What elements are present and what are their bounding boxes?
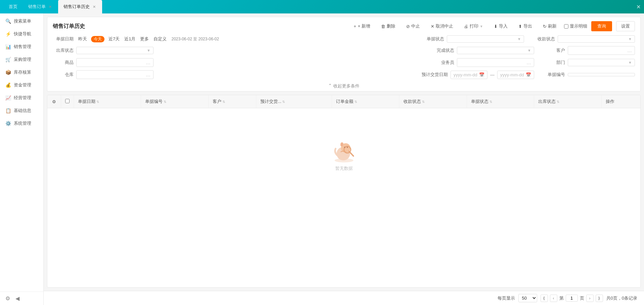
sidebar-purchase-mgmt-label: 采购管理 (14, 56, 31, 63)
refresh-label: 刷新 (548, 23, 557, 29)
new-button[interactable]: ＋ + 新增 (349, 22, 374, 31)
last-page-button[interactable]: ⟫ (596, 295, 603, 302)
date-option-custom[interactable]: 自定义 (152, 36, 169, 42)
page-number-input[interactable] (566, 295, 578, 302)
product-input[interactable]: … (76, 58, 154, 67)
product-dots-icon[interactable]: … (146, 60, 151, 65)
doc-number-input[interactable] (568, 73, 635, 76)
complete-status-label: 完成状态 (433, 47, 457, 53)
sidebar-item-search-menu[interactable]: 🔍 搜索菜单 (0, 15, 43, 28)
receipt-status-label: 收款状态 (534, 36, 558, 42)
out-status-chevron-icon: ▼ (147, 48, 151, 52)
import-button[interactable]: ⬇ 导入 (490, 22, 511, 31)
tab-sales-order-history[interactable]: 销售订单历史 ✕ (58, 0, 102, 13)
cancel-stop-icon: ✕ (431, 24, 434, 29)
th-out-status[interactable]: 出库状态 ⇅ (534, 95, 602, 108)
doc-status-select[interactable]: ▼ (447, 35, 524, 43)
sidebar-search-label: 搜索菜单 (14, 18, 31, 24)
flash-icon: ⚡ (5, 31, 11, 37)
stop-label: 中止 (411, 23, 420, 29)
sidebar-item-inventory[interactable]: 📦 库存核算 (0, 66, 43, 79)
th-customer[interactable]: 客户 ⇅ (209, 95, 256, 108)
per-page-label: 每页显示 (498, 295, 515, 301)
dept-select[interactable]: ▼ (568, 59, 635, 66)
tab-home[interactable]: 首页 (3, 0, 23, 13)
sidebar-item-basic-info[interactable]: 📋 基础信息 (0, 104, 43, 117)
settings-bottom-icon[interactable]: ⚙ (5, 295, 10, 302)
warehouse-dots-icon[interactable]: … (146, 72, 151, 77)
first-page-button[interactable]: ⟪ (541, 295, 548, 302)
th-gear[interactable]: ⚙ (47, 95, 61, 108)
expected-date-to-value: yyyy-mm-dd (500, 72, 524, 77)
settings-button[interactable]: 设置 (616, 21, 635, 31)
date-option-today[interactable]: 今天 (91, 36, 104, 42)
empty-state-row: 暂无数据 (47, 108, 640, 192)
complete-status-select[interactable]: ▼ (457, 47, 534, 54)
empty-illustration (327, 135, 361, 165)
th-order-amount[interactable]: 订单金额 ⇅ (332, 95, 399, 108)
select-all-checkbox[interactable] (65, 99, 70, 103)
expected-date-label: 预计交货日期 (422, 72, 450, 78)
cancel-stop-label: 取消中止 (436, 23, 453, 29)
per-page-select[interactable]: 50 10 20 100 (518, 294, 537, 302)
close-window-icon[interactable]: ✕ (636, 4, 641, 10)
sidebar-item-operations[interactable]: 📈 经营管理 (0, 91, 43, 104)
warehouse-input[interactable]: … (76, 70, 154, 79)
th-checkbox[interactable] (61, 95, 74, 108)
empty-state: 暂无数据 (47, 108, 640, 192)
search-button-label: 查询 (597, 24, 606, 29)
stop-button[interactable]: ⊘ 中止 (403, 22, 423, 31)
display-toggle[interactable]: 显示明细 (564, 23, 587, 29)
empty-state-cell: 暂无数据 (47, 108, 640, 192)
sales-order-tab-close[interactable]: ✕ (48, 4, 53, 9)
gear-settings-icon[interactable]: ⚙ (52, 99, 56, 104)
next-page-button[interactable]: › (586, 295, 594, 302)
date-option-7days[interactable]: 近7天 (106, 36, 122, 42)
calendar-from-icon: 📅 (479, 72, 484, 77)
out-status-select[interactable]: ▼ (76, 47, 154, 54)
expected-date-from-input[interactable]: yyyy-mm-dd 📅 (450, 71, 487, 79)
sort-out-status-icon: ⇅ (557, 100, 559, 104)
cancel-stop-button[interactable]: ✕ 取消中止 (427, 22, 457, 31)
sidebar-item-system-mgmt[interactable]: ⚙️ 系统管理 (0, 117, 43, 130)
sidebar-item-sales-mgmt[interactable]: 📊 销售管理 (0, 40, 43, 53)
salesman-dots-icon[interactable]: … (526, 60, 531, 65)
receipt-status-select[interactable]: ▼ (558, 35, 635, 43)
refresh-button[interactable]: ↻ 刷新 (540, 22, 560, 31)
customer-input[interactable]: … (568, 46, 635, 55)
th-doc-number[interactable]: 单据编号 ⇅ (141, 95, 209, 108)
th-expected-date[interactable]: 预计交货... ⇅ (256, 95, 332, 108)
collapse-sidebar-icon[interactable]: ◀ (15, 295, 19, 302)
th-doc-date[interactable]: 单据日期 ⇅ (74, 95, 141, 108)
salesman-input[interactable]: … (457, 58, 534, 67)
tab-sales-order[interactable]: 销售订单 ✕ (23, 0, 58, 13)
customer-dots-icon[interactable]: … (627, 48, 632, 53)
date-option-more[interactable]: 更多 (138, 36, 151, 42)
trend-icon: 📈 (5, 95, 11, 101)
print-icon: 🖨 (464, 24, 468, 29)
print-button[interactable]: 🖨 打印 ▼ (461, 22, 486, 31)
sidebar-item-finance[interactable]: 💰 资金管理 (0, 79, 43, 91)
display-cols-checkbox[interactable] (564, 24, 568, 29)
sidebar-item-purchase-mgmt[interactable]: 🛒 采购管理 (0, 53, 43, 66)
import-icon: ⬇ (494, 24, 498, 29)
prev-page-button[interactable]: ‹ (550, 295, 557, 302)
sort-order-amount-icon: ⇅ (354, 100, 357, 104)
table-body: 暂无数据 (47, 108, 640, 192)
search-button[interactable]: 查询 (591, 21, 612, 31)
th-receipt-status[interactable]: 收款状态 ⇅ (399, 95, 467, 108)
th-doc-status[interactable]: 单据状态 ⇅ (467, 95, 534, 108)
page-label: 第 (559, 295, 564, 301)
expected-date-to-input[interactable]: yyyy-mm-dd 📅 (497, 71, 534, 79)
date-option-yesterday[interactable]: 昨天 (76, 36, 89, 42)
delete-icon: 🗑 (381, 24, 385, 29)
svg-point-8 (341, 143, 343, 146)
th-operation: 操作 (602, 95, 640, 108)
sidebar-operations-label: 经营管理 (14, 95, 31, 101)
delete-button[interactable]: 🗑 删除 (378, 22, 399, 31)
date-option-1month[interactable]: 近1月 (122, 36, 137, 42)
collapse-row[interactable]: ⌃ 收起更多条件 (53, 82, 635, 91)
sales-order-history-tab-close[interactable]: ✕ (92, 4, 97, 9)
export-button[interactable]: ⬆ 导出 (515, 22, 535, 31)
sidebar-item-quick-nav[interactable]: ⚡ 快捷导航 (0, 28, 43, 40)
